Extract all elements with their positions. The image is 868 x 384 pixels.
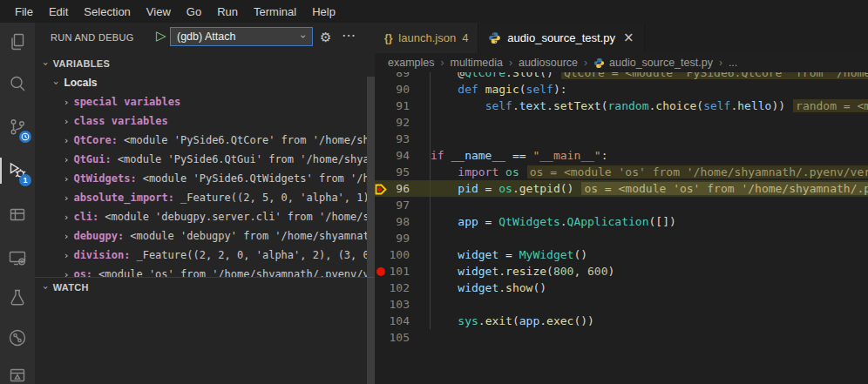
more-actions-button[interactable]: ⋯ (342, 27, 356, 44)
code-line[interactable]: 98 app = QtWidgets.QApplication([]) (375, 213, 868, 230)
variable-row[interactable]: ›QtWidgets:<module 'PySide6.QtWidgets' f… (35, 169, 367, 188)
code-line[interactable]: 96 pid = os.getpid()os = <module 'os' fr… (375, 180, 868, 197)
activity-extensions[interactable] (0, 197, 35, 235)
gutter-decoration[interactable] (375, 263, 387, 280)
tab-audio-source-test-py[interactable]: audio_source_test.py × (478, 23, 644, 53)
gutter-decoration[interactable] (375, 313, 387, 329)
variable-row[interactable]: ›special variables (35, 92, 367, 111)
code-line[interactable]: 105 (375, 329, 868, 346)
activity-remote-explorer[interactable] (0, 239, 35, 277)
menu-help[interactable]: Help (304, 3, 343, 20)
code-token: exec (546, 314, 573, 327)
variable-row[interactable]: ›QtCore:<module 'PySide6.QtCore' from '/… (35, 131, 367, 150)
gutter-decoration[interactable] (375, 81, 387, 98)
variable-name: QtGui: (73, 153, 111, 165)
breadcrumb-more[interactable]: ... (729, 57, 737, 69)
code-token: pid (458, 182, 478, 195)
code-line[interactable]: 99 (375, 230, 868, 246)
menu-view[interactable]: View (139, 3, 179, 20)
code-token: . (505, 72, 512, 79)
activity-run-and-debug[interactable]: 1 (0, 152, 35, 190)
code-line[interactable]: 93 (375, 131, 868, 147)
code-line[interactable]: 104 sys.exit(app.exec()) (375, 313, 868, 329)
code-line[interactable]: 95 import osos = <module 'os' from '/hom… (375, 164, 868, 180)
menu-file[interactable]: File (7, 3, 41, 20)
variable-row[interactable]: ›QtGui:<module 'PySide6.QtGui' from '/ho… (35, 150, 367, 169)
activity-panel[interactable] (0, 357, 35, 384)
code-line[interactable]: 90 def magic(self): (375, 81, 868, 98)
breadcrumb-item[interactable]: examples (388, 57, 435, 69)
gutter-decoration[interactable] (375, 296, 387, 313)
gutter-decoration[interactable] (375, 230, 387, 246)
variable-row[interactable]: ›os:<module 'os' from '/home/shyamnath/.… (35, 265, 367, 277)
variable-row[interactable]: ›cli:<module 'debugpy.server.cli' from '… (35, 207, 367, 226)
code-line[interactable]: 100 widget = MyWidget() (375, 246, 868, 263)
code-token: )) (771, 99, 785, 112)
gutter-decoration[interactable] (375, 213, 387, 230)
gutter-decoration[interactable] (375, 131, 387, 147)
menu-selection[interactable]: Selection (76, 3, 138, 20)
debug-config-dropdown[interactable]: (gdb) Attach › (170, 27, 313, 46)
code-line[interactable]: 97 (375, 197, 868, 213)
tab-launch-json[interactable]: {} launch.json 4 (375, 23, 478, 53)
line-number: 90 (387, 81, 410, 98)
activity-explorer[interactable] (0, 23, 35, 61)
breadcrumb-item[interactable]: audiosource (519, 57, 578, 69)
code-line[interactable]: 94if __name__ == "__main__": (375, 147, 868, 164)
watch-section-header[interactable]: › WATCH (35, 277, 375, 297)
start-debugging-button[interactable]: ▷ (156, 28, 166, 44)
activity-source-control[interactable] (0, 108, 35, 146)
variable-row[interactable]: ›absolute_import:_Feature((2, 5, 0, 'alp… (35, 188, 367, 207)
gutter-decoration[interactable] (375, 72, 387, 81)
code-token: app (519, 314, 539, 327)
line-number: 103 (387, 296, 410, 313)
variable-row[interactable]: ›division:_Feature((2, 2, 0, 'alpha', 2)… (35, 246, 367, 265)
tab-problems-badge: 4 (462, 31, 468, 44)
variables-section-header[interactable]: › VARIABLES (35, 54, 375, 73)
menu-run[interactable]: Run (209, 3, 246, 20)
breadcrumb-item[interactable]: multimedia (451, 57, 503, 69)
close-icon[interactable]: × (623, 31, 634, 44)
code-line[interactable]: 92 (375, 114, 868, 131)
gutter-decoration[interactable] (375, 98, 387, 114)
gutter-decoration[interactable] (375, 197, 387, 213)
code-line[interactable]: 101 widget.resize(800, 600) (375, 263, 868, 280)
code-line[interactable]: 102 widget.show() (375, 280, 868, 296)
watch-section-label: WATCH (53, 282, 89, 293)
gutter-decoration[interactable] (375, 180, 387, 197)
variable-name: os: (73, 268, 92, 277)
variable-row[interactable]: ›class variables (35, 111, 367, 131)
code-token: MyWidget (519, 248, 574, 261)
gutter-decoration[interactable] (375, 147, 387, 164)
beaker-icon (7, 287, 28, 308)
activity-testing[interactable] (0, 279, 35, 317)
gutter-decoration[interactable] (375, 246, 387, 263)
code-line[interactable]: 91 self.text.setText(random.choice(self.… (375, 98, 868, 114)
tab-label: audio_source_test.py (507, 31, 615, 44)
sidebar-scrollbar[interactable] (367, 77, 375, 384)
code-token: sys (458, 314, 478, 327)
activity-search[interactable] (0, 64, 35, 103)
line-number: 94 (387, 147, 410, 164)
locals-scope-row[interactable]: › Locals (35, 73, 375, 92)
code-token (431, 165, 458, 179)
code-token: . (498, 265, 505, 278)
breadcrumb-file-item[interactable]: audio_source_test.py (593, 57, 713, 69)
gutter-decoration[interactable] (375, 280, 387, 296)
breakpoint-icon[interactable] (376, 267, 385, 276)
gutter-decoration[interactable] (375, 114, 387, 131)
tab-bar: {} launch.json 4 audio_source_test.py × (375, 23, 868, 53)
code-line[interactable]: 103 (375, 296, 868, 313)
code-token: == (505, 149, 532, 162)
gutter-decoration[interactable] (375, 164, 387, 180)
code-line[interactable]: 89 @QtCore.Slot()QtCore = <module 'PySid… (375, 72, 868, 81)
variable-name: class variables (73, 115, 167, 127)
menu-terminal[interactable]: Terminal (246, 3, 304, 20)
configure-gear-button[interactable]: ⚙ (320, 30, 331, 45)
menu-edit[interactable]: Edit (41, 3, 76, 20)
menu-go[interactable]: Go (179, 3, 209, 20)
chevron-right-icon: › (64, 250, 68, 261)
activity-git-graph[interactable] (0, 319, 35, 357)
gutter-decoration[interactable] (375, 329, 387, 346)
variable-row[interactable]: ›debugpy:<module 'debugpy' from '/home/s… (35, 226, 367, 246)
